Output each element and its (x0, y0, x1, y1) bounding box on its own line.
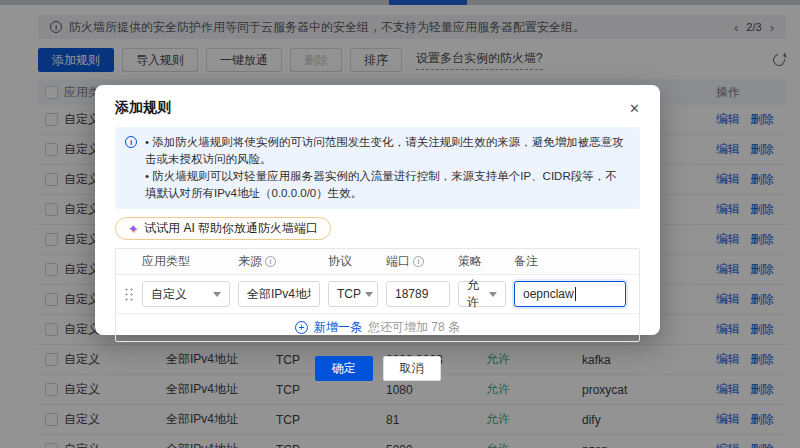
add-line-link[interactable]: 新增一条 (314, 319, 362, 336)
notice-lines: 添加防火墙规则将使实例的可访问范围发生变化，请关注规则生效的来源，避免增加被恶意… (145, 134, 628, 202)
remark-input[interactable]: oepnclaw (514, 281, 626, 307)
app-type-select[interactable]: 自定义 (142, 281, 230, 307)
port-input[interactable] (386, 281, 450, 307)
notice-info-icon (125, 136, 137, 148)
form-header-protocol: 协议 (328, 253, 378, 270)
modal-footer: 确定 取消 (115, 356, 640, 381)
form-header-source: 来源 (238, 253, 320, 270)
modal-title: 添加规则 (115, 99, 171, 117)
add-rule-modal: 添加规则 ✕ 添加防火墙规则将使实例的可访问范围发生变化，请关注规则生效的来源，… (95, 85, 660, 335)
firewall-page: 防火墙所提供的安全防护作用等同于云服务器中的安全组，不支持为轻量应用服务器配置安… (0, 0, 800, 448)
add-line-hint: 您还可增加 78 条 (368, 319, 460, 336)
form-source-info-icon[interactable] (265, 256, 276, 267)
confirm-button[interactable]: 确定 (315, 356, 373, 381)
form-row: 自定义 TCP 允许 (116, 275, 639, 313)
protocol-select[interactable]: TCP (328, 281, 378, 307)
chevron-down-icon (489, 292, 497, 297)
ai-helper-label: 试试用 AI 帮助你放通防火墙端口 (144, 220, 318, 237)
text-caret (575, 287, 576, 301)
ai-helper-button[interactable]: ✦ 试试用 AI 帮助你放通防火墙端口 (115, 217, 331, 240)
policy-select[interactable]: 允许 (458, 281, 506, 307)
modal-notice: 添加防火墙规则将使实例的可访问范围发生变化，请关注规则生效的来源，避免增加被恶意… (115, 127, 640, 209)
sparkle-icon: ✦ (128, 223, 138, 235)
cancel-button[interactable]: 取消 (383, 356, 441, 381)
form-header: 应用类型 来源 协议 端口 策略 备注 (116, 249, 639, 275)
notice-line: 防火墙规则可以对轻量应用服务器实例的入流量进行控制，来源支持单个IP、CIDR段… (145, 168, 628, 202)
plus-circle-icon (295, 321, 308, 334)
form-header-remark: 备注 (514, 253, 626, 270)
chevron-down-icon (365, 292, 373, 297)
add-line-row: 新增一条 您还可增加 78 条 (116, 313, 639, 341)
source-input[interactable] (238, 281, 320, 307)
form-port-info-icon[interactable] (413, 256, 424, 267)
form-header-app-type: 应用类型 (142, 253, 230, 270)
form-header-port: 端口 (386, 253, 450, 270)
chevron-down-icon (213, 292, 221, 297)
notice-line: 添加防火墙规则将使实例的可访问范围发生变化，请关注规则生效的来源，避免增加被恶意… (145, 134, 628, 168)
modal-header: 添加规则 ✕ (115, 98, 640, 118)
drag-handle[interactable] (124, 287, 134, 301)
close-icon[interactable]: ✕ (629, 102, 640, 115)
rule-form: 应用类型 来源 协议 端口 策略 备注 (115, 248, 640, 342)
form-header-policy: 策略 (458, 253, 506, 270)
